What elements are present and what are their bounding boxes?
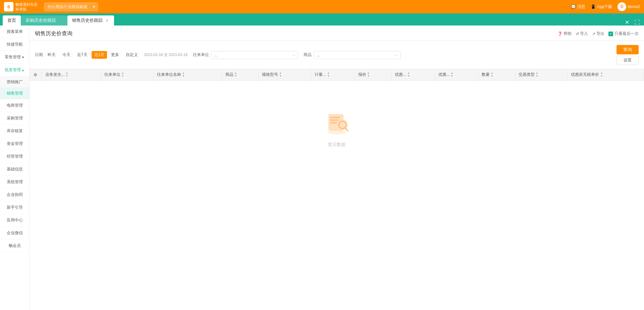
sidebar-item-search-menu[interactable]: 搜索菜单	[0, 25, 29, 38]
gear-icon[interactable]: ⚙	[34, 72, 37, 77]
app-download-button[interactable]: 📱 App下载	[591, 4, 612, 10]
sidebar-item-purchase-mgmt[interactable]: 采购管理	[0, 112, 29, 125]
sort-down-icon: ▼	[367, 75, 370, 78]
sidebar-item-enterprise-collab[interactable]: 企业协同	[0, 189, 29, 201]
top-bar: 6 畅捷通好生意 标准版 办公用品行业模拟账套 ▼ 💬 消息 📱 App下载 D…	[0, 0, 644, 13]
counterpart-input[interactable]	[211, 51, 298, 59]
date-btn-more[interactable]: 更多	[108, 51, 122, 59]
col-biz-date: 业务发生... ▲ ▼	[42, 69, 101, 81]
sort-down-icon: ▼	[279, 75, 282, 78]
sort-down-icon: ▼	[66, 75, 68, 78]
tab-sales-history[interactable]: 销售历史价跟踪 ✕	[67, 15, 114, 25]
product-input[interactable]	[314, 51, 401, 59]
date-btn-today[interactable]: 今天	[60, 51, 73, 59]
sidebar-item-retail-mgmt[interactable]: 零售管理 ▼	[0, 51, 29, 64]
date-label: 日期	[35, 52, 43, 58]
app-selector-arrow-icon: ▼	[92, 5, 96, 9]
date-btn-1month[interactable]: 近1月	[92, 51, 107, 59]
empty-state: 暂元数据	[30, 81, 644, 174]
sort-down-icon: ▼	[491, 75, 493, 78]
message-icon: 💬	[571, 4, 576, 9]
page-header-actions: ❓ 帮助 ↺ 导入 ↗ 导出 ✓ 只看最后一次	[557, 31, 639, 37]
sidebar-item-system-mgmt[interactable]: 系统管理	[0, 176, 29, 189]
empty-state-icon	[322, 107, 352, 138]
top-bar-right: 💬 消息 📱 App下载 D demo2	[571, 2, 640, 11]
filter-actions: 查询 设置	[616, 45, 639, 65]
tab-bar: 首页 采购历史价跟踪 ✕ 销售历史价跟踪 ✕ ✕ ⛶	[0, 13, 644, 25]
col-quoted-price: 报价 ▲ ▼	[355, 69, 391, 81]
query-button[interactable]: 查询	[616, 45, 639, 54]
help-icon: ❓	[557, 32, 562, 36]
tab-close-sales[interactable]: ✕	[105, 18, 109, 23]
tab-home[interactable]: 首页	[3, 15, 21, 25]
sort-up-icon: ▲	[279, 72, 282, 74]
avatar: D	[618, 2, 626, 11]
app-selector[interactable]: 办公用品行业模拟账套 ▼	[44, 3, 98, 11]
sidebar-sub-section: 营销推广 销售管理	[0, 76, 29, 99]
sort-down-icon: ▼	[407, 75, 410, 78]
date-filter-group: 日期 昨天 今天 近7天 近1月 更多 自定义 2023-02-18 至 202…	[35, 51, 187, 59]
counterpart-input-wrap: ···	[211, 51, 298, 59]
sort-up-icon: ▲	[600, 72, 603, 74]
sidebar-sub-item-marketing[interactable]: 营销推广	[0, 76, 29, 88]
svg-rect-4	[330, 122, 337, 123]
sidebar-item-inventory-check[interactable]: 库存核算	[0, 125, 29, 138]
logo-text: 畅捷通好生意 标准版	[15, 2, 38, 12]
col-pretax-price: 优惠前无税单价 ▲ ▼	[568, 69, 644, 81]
sort-down-icon: ▼	[234, 75, 237, 78]
sort-up-icon: ▲	[491, 72, 493, 74]
col-counterpart-code: 往来单位 ▲ ▼	[101, 69, 153, 81]
col-discount1: 优惠... ▲ ▼	[391, 69, 435, 81]
col-settings: ⚙	[30, 69, 42, 81]
sidebar-item-enterprise-wechat[interactable]: 企业微信	[0, 227, 29, 240]
col-trade-type: 交易类型 ▲ ▼	[515, 69, 568, 81]
sort-down-icon: ▼	[451, 75, 453, 78]
sort-up-icon: ▲	[234, 72, 237, 74]
setting-button[interactable]: 设置	[616, 56, 639, 65]
logo-icon: 6	[4, 2, 13, 11]
sort-up-icon: ▲	[327, 72, 330, 74]
sort-up-icon: ▲	[66, 72, 68, 74]
date-btn-7days[interactable]: 近7天	[74, 51, 90, 59]
export-icon: ↗	[592, 32, 595, 36]
date-btn-custom[interactable]: 自定义	[123, 51, 141, 59]
sort-down-icon: ▼	[327, 75, 330, 78]
tab-fullscreen-icon[interactable]: ⛶	[633, 19, 641, 25]
export-button[interactable]: ↗ 导出	[592, 31, 604, 37]
svg-line-7	[345, 128, 348, 131]
sidebar-item-app-center[interactable]: 应用中心	[0, 214, 29, 227]
sidebar-item-ecom-mgmt[interactable]: 电商管理	[0, 99, 29, 112]
counterpart-label: 往来单位	[193, 52, 209, 58]
sidebar-item-quick-nav[interactable]: 快捷导航	[0, 38, 29, 51]
sort-up-icon: ▲	[407, 72, 410, 74]
date-btn-yesterday[interactable]: 昨天	[45, 51, 58, 59]
tab-purchase-history[interactable]: 采购历史价跟踪 ✕	[21, 15, 67, 25]
import-button[interactable]: ↺ 导入	[576, 31, 588, 37]
sidebar-item-ops-mgmt[interactable]: 经营管理	[0, 150, 29, 163]
app-download-icon: 📱	[591, 4, 596, 9]
message-button[interactable]: 💬 消息	[571, 4, 585, 10]
help-button[interactable]: ❓ 帮助	[557, 31, 572, 37]
empty-text: 暂元数据	[328, 142, 345, 148]
content-area: 销售历史价查询 ❓ 帮助 ↺ 导入 ↗ 导出 ✓ 只看最后一次	[30, 25, 644, 310]
sidebar-item-new-guide[interactable]: 新手引导	[0, 201, 29, 214]
sort-up-icon: ▲	[536, 72, 538, 74]
chevron-up-icon: ▲	[21, 68, 24, 72]
counterpart-filter-group: 往来单位 ···	[193, 51, 298, 59]
sidebar-sub-item-sales[interactable]: 销售管理	[0, 88, 29, 99]
svg-rect-3	[330, 119, 338, 121]
tab-close-purchase[interactable]: ✕	[58, 18, 63, 23]
sidebar-item-finance-mgmt[interactable]: 资金管理	[0, 138, 29, 150]
sidebar-item-vip-member[interactable]: 畅会员	[0, 240, 29, 252]
only-last-checkbox[interactable]: ✓ 只看最后一次	[608, 31, 639, 37]
table-header-row: ⚙ 业务发生... ▲ ▼	[30, 69, 644, 81]
user-menu[interactable]: D demo2	[618, 2, 640, 11]
sidebar-item-wholesale-mgmt[interactable]: 批发管理 ▲	[0, 64, 29, 76]
svg-rect-2	[330, 117, 340, 118]
col-spec: 规格型号 ▲ ▼	[259, 69, 311, 81]
date-btn-group: 昨天 今天 近7天 近1月 更多 自定义	[45, 51, 141, 59]
tab-bar-right: ✕ ⛶	[624, 19, 641, 25]
svg-point-0	[327, 131, 346, 135]
sidebar-item-basic-info[interactable]: 基础信息	[0, 163, 29, 176]
tab-close-all-icon[interactable]: ✕	[624, 19, 631, 25]
